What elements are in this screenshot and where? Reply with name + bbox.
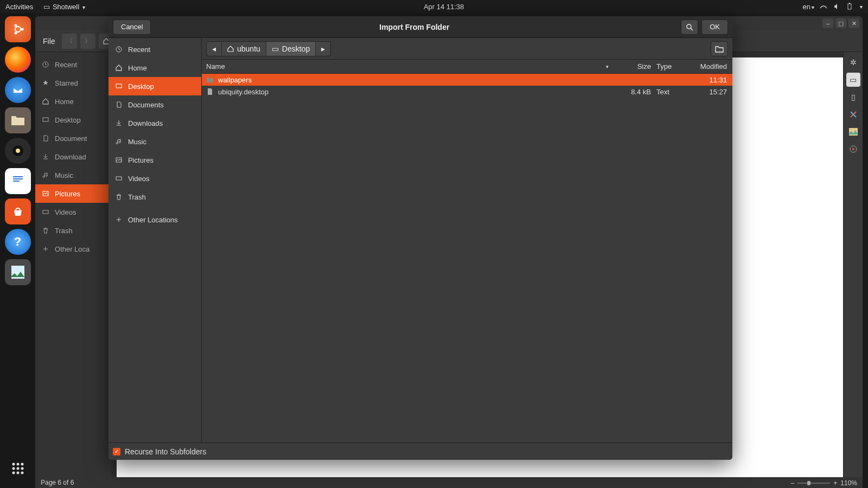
svg-point-20 <box>16 472 19 474</box>
zoom-in-icon[interactable]: + <box>833 479 837 487</box>
sidebar-item-label: Desktop <box>55 116 81 124</box>
libreoffice-writer-icon[interactable] <box>5 168 31 194</box>
sidebar-item-desktop[interactable]: Desktop <box>35 111 111 129</box>
gallery-icon[interactable] <box>846 125 860 139</box>
svg-point-7 <box>16 149 20 153</box>
import-folder-dialog: Cancel Import From Folder OK RecentHomeD… <box>108 16 732 460</box>
svg-rect-0 <box>848 4 851 9</box>
video-icon <box>115 175 123 182</box>
place-label: Recent <box>128 46 150 54</box>
svg-rect-11 <box>13 181 20 182</box>
volume-icon[interactable] <box>833 3 840 10</box>
file-menu[interactable]: File <box>40 37 59 46</box>
zoom-slider[interactable] <box>797 483 830 484</box>
sidebar-item-other loca[interactable]: Other Loca <box>35 240 111 258</box>
sidebar-item-trash[interactable]: Trash <box>35 221 111 240</box>
place-label: Videos <box>128 175 150 183</box>
picture-icon <box>42 190 49 197</box>
svg-point-14 <box>16 463 19 466</box>
place-music[interactable]: Music <box>108 132 201 151</box>
sidebar-item-music[interactable]: Music <box>35 166 111 184</box>
col-type[interactable]: Type <box>656 62 689 70</box>
file-row[interactable]: ubiquity.desktop8.4 kBText15:27 <box>202 86 732 98</box>
new-folder-button[interactable] <box>711 41 728 56</box>
place-pictures[interactable]: Pictures <box>108 151 201 169</box>
firefox-icon[interactable] <box>5 47 31 73</box>
sidebar-item-pictures[interactable]: Pictures <box>35 184 111 203</box>
files-icon[interactable] <box>5 107 31 133</box>
file-icon <box>206 88 214 95</box>
minimize-button[interactable]: – <box>822 18 833 28</box>
path-seg-desktop[interactable]: ▭ Desktop <box>266 41 316 56</box>
document-icon <box>42 135 49 142</box>
nav-back[interactable]: 〈 <box>62 34 77 49</box>
cancel-button[interactable]: Cancel <box>113 20 151 35</box>
dialog-title: Import From Folder <box>151 23 678 31</box>
place-videos[interactable]: Videos <box>108 169 201 188</box>
ok-button[interactable]: OK <box>701 20 728 35</box>
path-seg-ubuntu[interactable]: ubuntu <box>222 41 266 56</box>
desktop-top-bar: Activities ▭ Shotwell ▾ Apr 14 11:38 en▾… <box>0 0 868 13</box>
rhythmbox-icon[interactable] <box>5 138 31 164</box>
sidebar-item-recent[interactable]: Recent <box>35 55 111 74</box>
col-size[interactable]: Size <box>613 62 656 70</box>
zoom-out-icon[interactable]: – <box>791 479 795 487</box>
target-icon[interactable] <box>846 142 860 156</box>
file-name: ubiquity.desktop <box>218 88 269 96</box>
place-home[interactable]: Home <box>108 59 201 77</box>
properties-icon[interactable]: ✲ <box>846 55 860 69</box>
sidebar-item-document[interactable]: Document <box>35 129 111 147</box>
svg-point-18 <box>21 467 23 470</box>
place-trash[interactable]: Trash <box>108 188 201 206</box>
page-icon[interactable]: ▯ <box>846 90 860 104</box>
details-icon[interactable]: ▭ <box>846 73 860 87</box>
clock[interactable]: Apr 14 11:38 <box>85 3 803 11</box>
file-size: 8.4 kB <box>613 88 656 96</box>
language-indicator[interactable]: en▾ <box>803 3 814 11</box>
show-applications-icon[interactable] <box>5 455 31 481</box>
document-icon <box>115 101 123 108</box>
shotwell-dock-icon[interactable] <box>5 259 31 285</box>
system-menu[interactable]: ▾ <box>860 4 863 10</box>
battery-icon[interactable] <box>846 3 853 10</box>
trash-icon <box>115 194 123 200</box>
clock-icon <box>115 46 123 53</box>
zoom-value: 110% <box>840 479 857 487</box>
sidebar-item-starred[interactable]: Starred <box>35 74 111 92</box>
place-documents[interactable]: Documents <box>108 95 201 114</box>
place-desktop[interactable]: Desktop <box>108 77 201 95</box>
right-toolbar: ✲ ▭ ▯ <box>843 52 863 477</box>
network-icon[interactable] <box>820 3 827 10</box>
thunderbird-icon[interactable] <box>5 77 31 103</box>
ubuntu-icon[interactable] <box>5 16 31 42</box>
zoom-control[interactable]: – + 110% <box>791 479 857 487</box>
svg-point-17 <box>16 467 19 470</box>
nav-forward[interactable]: 〉 <box>80 34 95 49</box>
tools-icon[interactable] <box>846 107 860 121</box>
sidebar-item-videos[interactable]: Videos <box>35 203 111 221</box>
video-icon <box>42 209 49 215</box>
file-modified: 11:31 <box>689 76 732 84</box>
search-button[interactable] <box>681 20 698 35</box>
maximize-button[interactable]: ▢ <box>835 18 846 28</box>
col-modified[interactable]: Modified <box>689 62 732 70</box>
place-other-locations[interactable]: Other Locations <box>108 210 201 229</box>
app-menu[interactable]: ▭ Shotwell ▾ <box>43 3 85 11</box>
col-name[interactable]: Name ▾ <box>202 62 613 70</box>
recurse-checkbox[interactable]: ✓ <box>113 448 120 455</box>
path-forward[interactable]: ▸ <box>316 41 330 56</box>
shotwell-icon: ▭ <box>43 3 50 10</box>
svg-rect-9 <box>13 176 23 177</box>
svg-point-16 <box>12 467 15 470</box>
help-icon[interactable]: ? <box>5 229 31 255</box>
file-row[interactable]: wallpapers11:31 <box>202 74 732 86</box>
place-recent[interactable]: Recent <box>108 40 201 59</box>
sidebar-item-home[interactable]: Home <box>35 92 111 111</box>
sidebar-item-download[interactable]: Download <box>35 147 111 166</box>
place-downloads[interactable]: Downloads <box>108 114 201 132</box>
close-button[interactable]: ✕ <box>848 18 859 28</box>
activities-button[interactable]: Activities <box>5 3 33 11</box>
place-label: Music <box>128 138 146 146</box>
path-back[interactable]: ◂ <box>207 41 222 56</box>
ubuntu-software-icon[interactable] <box>5 198 31 224</box>
